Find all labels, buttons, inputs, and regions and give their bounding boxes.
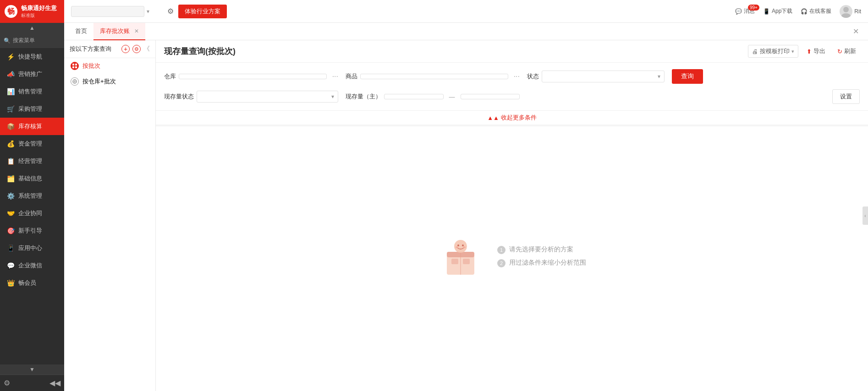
settings-button[interactable]: 设置 — [832, 89, 860, 104]
left-panel-title: 按以下方案查询 — [70, 45, 111, 53]
svg-point-1 — [841, 13, 851, 18]
tab-panel-close-icon[interactable]: ✕ — [848, 27, 863, 36]
tab-home-label: 首页 — [75, 27, 87, 35]
refresh-label: 刷新 — [844, 47, 856, 55]
sidebar-item-newbie[interactable]: 🎯 新手引导 — [0, 222, 64, 239]
svg-point-16 — [462, 244, 464, 246]
svg-rect-4 — [72, 66, 74, 68]
add-scheme-button[interactable]: + — [121, 45, 130, 53]
message-icon: 💬 — [735, 8, 742, 15]
topbar-actions: 💬 消息 99+ 📱 App下载 🎧 在线客服 Rit — [735, 5, 861, 18]
export-icon: ⬆ — [807, 48, 812, 55]
empty-tips: 1 请先选择要分析的方案 2 用过滤条件来缩小分析范围 — [497, 245, 586, 272]
user-account[interactable]: Rit — [840, 5, 861, 18]
sidebar-item-operations[interactable]: 📋 经营管理 — [0, 152, 64, 170]
sidebar-item-shortcut[interactable]: ⚡ 快捷导航 — [0, 48, 64, 65]
trial-button[interactable]: 体验行业方案 — [178, 5, 227, 18]
sidebar-item-member[interactable]: 👑 畅会员 — [0, 274, 64, 292]
scheme-icon-batch — [71, 62, 79, 70]
right-panel-close-handle[interactable]: ‹ — [863, 206, 868, 225]
sidebar-item-sales[interactable]: 📊 销售管理 — [0, 83, 64, 100]
inventory-amount-filter: 现存量（主） — — [346, 92, 520, 101]
warehouse-more-icon[interactable]: ··· — [332, 72, 338, 81]
operations-icon: 📋 — [6, 157, 15, 165]
sidebar-item-basic[interactable]: 🗂️ 基础信息 — [0, 170, 64, 187]
system-label: 系统管理 — [18, 192, 42, 200]
query-button[interactable]: 查询 — [672, 69, 703, 84]
system-icon: ⚙️ — [6, 192, 15, 200]
sidebar-scroll-down[interactable]: ▼ — [0, 364, 64, 375]
print-button[interactable]: 🖨 按模板打印 ▾ — [748, 45, 798, 58]
filter-row-1: 仓库 ··· 商品 ··· — [164, 69, 860, 84]
inventory-status-select[interactable]: ▾ — [197, 91, 338, 103]
collapse-more-button[interactable]: ▲▲ 收起更多条件 — [156, 110, 868, 125]
app-download-action[interactable]: 📱 App下载 — [763, 7, 792, 15]
app-download-label: App下载 — [772, 7, 792, 15]
tabbar: 首页 库存批次账 ✕ ✕ — [64, 23, 868, 40]
status-arrow-icon: ▾ — [658, 73, 660, 80]
goods-input-box[interactable] — [360, 74, 508, 79]
sidebar-item-system[interactable]: ⚙️ 系统管理 — [0, 187, 64, 205]
sidebar-item-finance[interactable]: 💰 资金管理 — [0, 135, 64, 152]
inventory-amount-min[interactable] — [384, 94, 444, 99]
collapse-panel-icon[interactable]: 《 — [143, 45, 150, 53]
sales-label: 销售管理 — [18, 87, 42, 96]
member-icon: 👑 — [6, 279, 15, 287]
settings-icon[interactable]: ⚙ — [4, 379, 10, 387]
sidebar-item-purchase[interactable]: 🛒 采购管理 — [0, 100, 64, 118]
amount-dash: — — [449, 93, 455, 100]
scheme-item-warehouse-batch[interactable]: 按仓库+批次 — [64, 74, 155, 89]
sidebar-item-inventory[interactable]: 📦 库存核算 — [0, 118, 64, 135]
svg-rect-12 — [451, 259, 458, 264]
sidebar-search[interactable]: 🔍 搜索菜单 — [0, 33, 64, 48]
collapse-sidebar-icon[interactable]: ◀◀ — [49, 379, 60, 387]
online-service-action[interactable]: 🎧 在线客服 — [801, 7, 831, 15]
sidebar-scroll-up[interactable]: ▲ — [0, 23, 64, 33]
status-filter: 状态 ▾ — [527, 71, 665, 82]
topbar-gear-icon[interactable]: ⚙ — [167, 7, 174, 16]
refresh-button[interactable]: ↻ 刷新 — [834, 45, 860, 57]
left-panel: 按以下方案查询 + ⚙ 《 按批次 — [64, 40, 156, 391]
manage-scheme-button[interactable]: ⚙ — [132, 45, 141, 53]
marketing-icon: 📣 — [6, 70, 15, 78]
empty-state: 1 请先选择要分析的方案 2 用过滤条件来缩小分析范围 — [156, 126, 868, 391]
inventory-icon: 📦 — [6, 122, 15, 130]
page-title: 现存量查询(按批次) — [164, 46, 236, 57]
tab-inventory-batch-label: 库存批次账 — [100, 27, 130, 35]
warehouse-input-box[interactable] — [179, 74, 327, 79]
sidebar-item-marketing[interactable]: 📣 营销推广 — [0, 65, 64, 83]
status-label: 状态 — [527, 72, 539, 81]
sidebar: 畅 畅康通好生意 标准版 ▲ 🔍 搜索菜单 ⚡ 快捷导航 📣 营销推广 📊 销售… — [0, 0, 64, 391]
search-icon: 🔍 — [4, 38, 11, 44]
wechat-icon: 💬 — [6, 261, 15, 270]
tab-close-icon[interactable]: ✕ — [134, 28, 139, 34]
scheme-label-warehouse-batch: 按仓库+批次 — [82, 77, 116, 86]
export-button[interactable]: ⬆ 导出 — [803, 45, 829, 57]
goods-more-icon[interactable]: ··· — [514, 72, 520, 81]
appstore-label: 应用中心 — [18, 244, 42, 252]
scheme-item-by-batch[interactable]: 按批次 — [64, 58, 155, 74]
svg-rect-5 — [75, 66, 77, 68]
tab-home[interactable]: 首页 — [69, 23, 93, 40]
goods-label: 商品 — [346, 72, 357, 81]
collapse-up-icon: ▲▲ — [487, 114, 499, 121]
empty-tip-2: 2 用过滤条件来缩小分析范围 — [497, 259, 586, 267]
online-service-label: 在线客服 — [809, 7, 831, 15]
svg-rect-13 — [463, 259, 470, 264]
topbar-dropdown-icon[interactable]: ▾ — [147, 8, 149, 15]
status-select[interactable]: ▾ — [542, 71, 665, 82]
tip-num-1: 1 — [497, 246, 505, 254]
sidebar-item-enterprise[interactable]: 🤝 企业协同 — [0, 205, 64, 222]
purchase-label: 采购管理 — [18, 105, 42, 113]
basic-icon: 🗂️ — [6, 174, 15, 183]
sidebar-item-appstore[interactable]: 📱 应用中心 — [0, 239, 64, 257]
sidebar-item-wechat[interactable]: 💬 企业微信 — [0, 257, 64, 274]
inventory-amount-max[interactable] — [461, 94, 520, 99]
finance-icon: 💰 — [6, 140, 15, 148]
tab-inventory-batch[interactable]: 库存批次账 ✕ — [93, 23, 145, 40]
messages-action[interactable]: 💬 消息 99+ — [735, 7, 755, 15]
empty-illustration — [438, 238, 483, 279]
appstore-icon: 📱 — [6, 244, 15, 252]
topbar-search-input[interactable] — [71, 6, 144, 17]
tip-num-2: 2 — [497, 259, 505, 267]
